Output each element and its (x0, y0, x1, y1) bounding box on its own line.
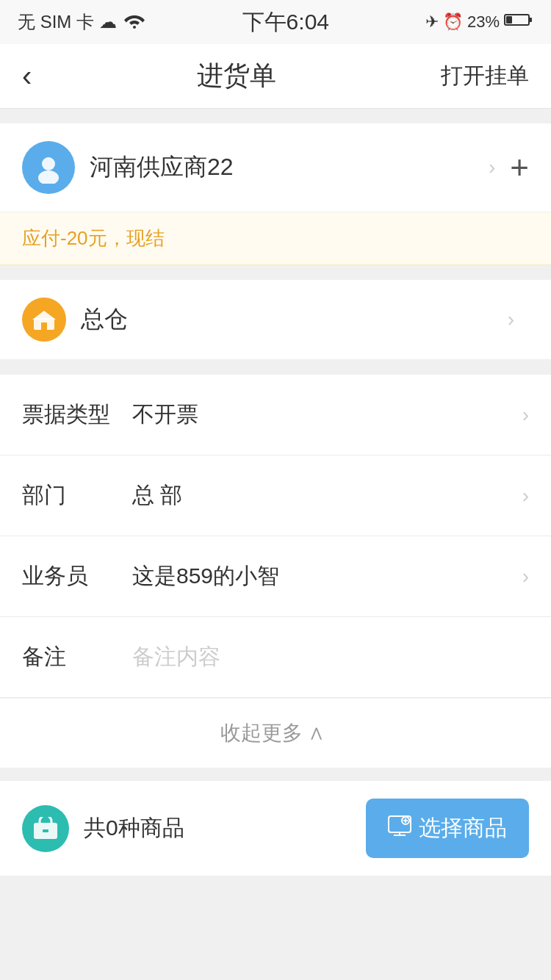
select-product-button[interactable]: 选择商品 (366, 799, 529, 858)
status-left: 无 SIM 卡 ☁ (18, 10, 146, 34)
invoice-type-row[interactable]: 票据类型 不开票 › (0, 375, 551, 455)
status-time: 下午6:04 (242, 7, 329, 37)
sim-label: 无 SIM 卡 ☁ (18, 10, 117, 34)
wifi-icon (123, 11, 146, 33)
form-section: 票据类型 不开票 › 部门 总 部 › 业务员 这是859的小智 › 备注 备注… (0, 375, 551, 768)
warehouse-arrow-icon: › (508, 308, 514, 331)
svg-point-4 (38, 170, 59, 184)
warehouse-name: 总仓 (81, 303, 508, 336)
invoice-type-arrow-icon: › (522, 403, 529, 427)
select-product-label: 选择商品 (419, 813, 507, 843)
location-icon: ✈ (425, 12, 439, 32)
nav-bar: ‹ 进货单 打开挂单 (0, 44, 551, 109)
mid-divider1 (0, 265, 551, 280)
svg-rect-1 (529, 18, 532, 22)
supplier-section: 河南供应商22 › + 应付-20元，现结 (0, 123, 551, 265)
collapse-label: 收起更多 ∧ (220, 719, 325, 747)
department-label: 部门 (22, 480, 125, 511)
invoice-type-label: 票据类型 (22, 400, 125, 430)
background-fill (0, 876, 551, 980)
collapse-button[interactable]: 收起更多 ∧ (0, 698, 551, 768)
staff-arrow-icon: › (522, 565, 529, 588)
product-count-label: 共0种商品 (84, 813, 366, 843)
svg-rect-7 (41, 323, 47, 330)
svg-marker-6 (32, 311, 56, 320)
mid-divider2 (0, 360, 551, 375)
remark-input[interactable]: 备注内容 (125, 642, 529, 672)
svg-point-3 (42, 157, 55, 170)
top-divider (0, 109, 551, 123)
invoice-type-value: 不开票 (125, 400, 522, 430)
warehouse-row[interactable]: 总仓 › (0, 280, 551, 360)
remark-label: 备注 (22, 642, 125, 672)
open-pending-button[interactable]: 打开挂单 (441, 61, 529, 91)
battery-icon (504, 12, 533, 32)
status-right: ✈ ⏰ 23% (425, 12, 533, 32)
add-supplier-button[interactable]: + (510, 151, 529, 184)
department-row[interactable]: 部门 总 部 › (0, 455, 551, 536)
staff-row[interactable]: 业务员 这是859的小智 › (0, 536, 551, 617)
supplier-avatar (22, 141, 75, 194)
product-bar: 共0种商品 选择商品 (0, 781, 551, 876)
warehouse-section: 总仓 › (0, 280, 551, 360)
product-icon (22, 805, 69, 852)
staff-label: 业务员 (22, 561, 125, 591)
department-arrow-icon: › (522, 484, 529, 508)
supplier-notice: 应付-20元，现结 (0, 212, 551, 265)
supplier-name: 河南供应商22 (90, 151, 489, 184)
department-value: 总 部 (125, 480, 522, 511)
warehouse-icon (22, 298, 66, 342)
svg-rect-9 (43, 829, 48, 832)
staff-value: 这是859的小智 (125, 561, 522, 591)
supplier-arrow-icon: › (489, 156, 495, 179)
select-product-icon (388, 815, 411, 841)
page-title: 进货单 (197, 58, 276, 94)
remark-row[interactable]: 备注 备注内容 (0, 617, 551, 698)
alarm-icon: ⏰ (443, 12, 463, 32)
battery-label: 23% (467, 12, 500, 32)
back-button[interactable]: ‹ (22, 60, 32, 93)
status-bar: 无 SIM 卡 ☁ 下午6:04 ✈ ⏰ 23% (0, 0, 551, 44)
svg-rect-2 (506, 16, 512, 24)
supplier-row[interactable]: 河南供应商22 › + (0, 123, 551, 212)
